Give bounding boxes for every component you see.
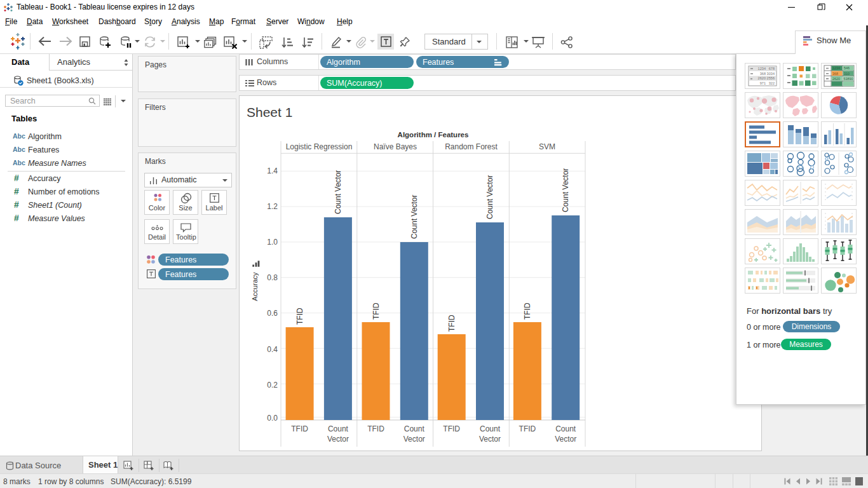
svg-text:Algorithm / Features: Algorithm / Features	[398, 131, 469, 139]
svg-text:Count Vector: Count Vector	[485, 175, 494, 219]
svg-text:TFID: TFID	[295, 308, 304, 325]
svg-text:2556: 2556	[767, 76, 775, 80]
svg-text:0.2: 0.2	[267, 381, 278, 390]
svg-text:368: 368	[760, 72, 766, 76]
svg-text:1.4: 1.4	[267, 166, 278, 175]
svg-text:971: 971	[760, 81, 766, 85]
svg-text:368: 368	[832, 72, 838, 76]
svg-text:Count Vector: Count Vector	[561, 168, 570, 212]
svg-text:Accuracy: Accuracy	[251, 272, 259, 301]
svg-text:1.0: 1.0	[267, 238, 278, 247]
svg-text:Count: Count	[480, 424, 501, 433]
svg-text:Count Vector: Count Vector	[410, 195, 419, 239]
svg-text:SVM: SVM	[539, 142, 555, 151]
svg-text:TFID: TFID	[523, 302, 532, 320]
svg-text:Vector: Vector	[403, 435, 425, 444]
svg-text:53890: 53890	[844, 77, 853, 81]
svg-text:Count: Count	[404, 424, 425, 433]
svg-text:678: 678	[769, 67, 775, 71]
svg-text:Random Forest: Random Forest	[445, 142, 498, 151]
svg-text:TFID: TFID	[447, 315, 456, 332]
svg-text:310: 310	[844, 72, 850, 76]
svg-text:TFID: TFID	[367, 424, 384, 433]
svg-text:546: 546	[844, 66, 850, 70]
svg-text:1.2: 1.2	[267, 202, 278, 211]
svg-text:TFID: TFID	[519, 424, 536, 433]
svg-text:0.6: 0.6	[267, 309, 278, 318]
svg-text:Vector: Vector	[555, 435, 576, 444]
svg-text:0.0: 0.0	[267, 414, 278, 423]
svg-text:2620: 2620	[832, 77, 840, 81]
svg-text:Vector: Vector	[327, 435, 349, 444]
svg-text:Naïve Bayes: Naïve Bayes	[374, 142, 417, 151]
svg-text:1234: 1234	[758, 67, 766, 71]
svg-text:Vector: Vector	[479, 435, 501, 444]
svg-text:0.4: 0.4	[267, 345, 278, 354]
svg-text:1234: 1234	[832, 66, 840, 70]
svg-text:Logistic Regression: Logistic Regression	[286, 142, 353, 151]
svg-text:Count: Count	[328, 424, 349, 433]
svg-text:Count Vector: Count Vector	[334, 170, 342, 214]
svg-text:322: 322	[769, 81, 775, 85]
svg-text:TFID: TFID	[291, 424, 308, 433]
svg-text:Count: Count	[555, 424, 576, 433]
svg-text:3034: 3034	[767, 72, 775, 76]
svg-text:TFID: TFID	[443, 424, 460, 433]
svg-text:2620: 2620	[758, 76, 766, 80]
svg-text:0.8: 0.8	[267, 273, 278, 282]
svg-text:TFID: TFID	[372, 302, 381, 320]
